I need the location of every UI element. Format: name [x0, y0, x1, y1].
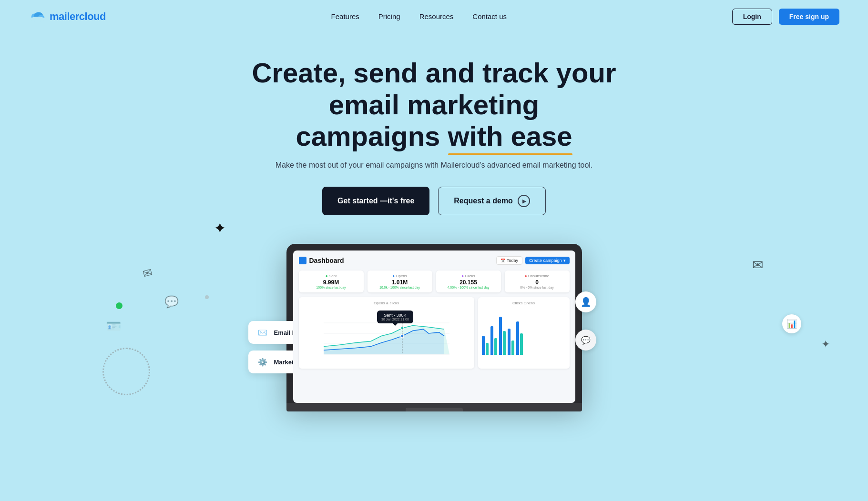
- get-started-button[interactable]: Get started —it's free: [322, 187, 429, 215]
- bar-blue-4: [508, 329, 511, 355]
- bar-blue-3: [499, 317, 502, 355]
- automation-icon: ⚙️: [256, 355, 269, 369]
- laptop-screen: Dashboard 📅 Today Create campaign ▾: [293, 250, 575, 403]
- navbar: mailercloud Features Pricing Resources C…: [0, 0, 868, 33]
- page-wrapper: mailercloud Features Pricing Resources C…: [0, 0, 868, 501]
- request-demo-button[interactable]: Request a demo: [438, 187, 546, 215]
- bar-group-4: [508, 329, 514, 355]
- nav-links: Features Pricing Resources Contact us: [331, 12, 507, 21]
- nav-item-resources[interactable]: Resources: [419, 12, 454, 21]
- dashboard-title-icon: [299, 257, 306, 264]
- play-icon: [518, 195, 530, 207]
- bar-blue-2: [490, 326, 493, 355]
- logo-icon: [29, 10, 47, 23]
- today-button[interactable]: 📅 Today: [496, 256, 522, 265]
- bar-teal-2: [494, 338, 497, 355]
- bar-chart: Clicks Opens: [478, 297, 570, 369]
- signup-button[interactable]: Free sign up: [779, 9, 839, 25]
- email-icon: ✉️: [256, 326, 269, 339]
- create-campaign-button[interactable]: Create campaign ▾: [525, 257, 570, 264]
- hero-cta-group: Get started —it's free Request a demo: [10, 187, 858, 215]
- nav-item-pricing[interactable]: Pricing: [378, 12, 400, 21]
- bar-group-3: [499, 317, 506, 355]
- stat-clicks: ● Clicks 20.155 4.00% · 100% since last …: [436, 271, 501, 292]
- laptop-outer: Dashboard 📅 Today Create campaign ▾: [286, 244, 582, 403]
- dashboard-controls: 📅 Today Create campaign ▾: [496, 256, 570, 265]
- bar-chart-bars: [482, 307, 566, 355]
- hero-section: Create, send and track your email market…: [0, 33, 868, 411]
- bar-group-5: [516, 321, 523, 355]
- bar-group-1: [482, 336, 489, 355]
- chart-area: Opens & clicks Sent · 300K 30 Jan 2022 2…: [299, 297, 570, 369]
- svg-point-4: [31, 17, 45, 21]
- dashboard-header: Dashboard 📅 Today Create campaign ▾: [299, 256, 570, 265]
- logo-text: mailercloud: [50, 10, 106, 23]
- bar-teal-4: [511, 341, 514, 355]
- bar-blue-1: [482, 336, 485, 355]
- nav-actions: Login Free sign up: [732, 9, 839, 25]
- nav-item-features[interactable]: Features: [331, 12, 359, 21]
- dashboard: Dashboard 📅 Today Create campaign ▾: [293, 250, 575, 403]
- bar-teal-3: [503, 331, 506, 355]
- hero-subtext: Make the most out of your email campaign…: [10, 161, 858, 170]
- nav-item-contact[interactable]: Contact us: [472, 12, 507, 21]
- bar-teal-1: [486, 343, 489, 355]
- stat-opens: ● Opens 1.01M 10.0k · 100% since last da…: [368, 271, 432, 292]
- line-chart: Opens & clicks Sent · 300K 30 Jan 2022 2…: [299, 297, 474, 369]
- laptop-base: [286, 403, 582, 411]
- hero-heading: Create, send and track your email market…: [220, 57, 649, 152]
- stat-unsubscribe: ● Unsubscribe 0 0% · 0% since last day: [505, 271, 570, 292]
- bar-group-2: [490, 326, 497, 355]
- chart-tooltip: Sent · 300K 30 Jan 2022 21:00: [377, 311, 413, 323]
- bar-teal-5: [520, 333, 523, 355]
- logo[interactable]: mailercloud: [29, 10, 106, 23]
- bar-blue-5: [516, 321, 519, 355]
- login-button[interactable]: Login: [732, 9, 772, 25]
- stats-row: ● Sent 9.99M 100% since last day ● Opens: [299, 271, 570, 292]
- laptop-container: ✉️ Email Marketing ⚙️ Marketing Automati…: [286, 244, 582, 411]
- dashboard-title: Dashboard: [299, 257, 344, 264]
- stat-sent: ● Sent 9.99M 100% since last day: [299, 271, 364, 292]
